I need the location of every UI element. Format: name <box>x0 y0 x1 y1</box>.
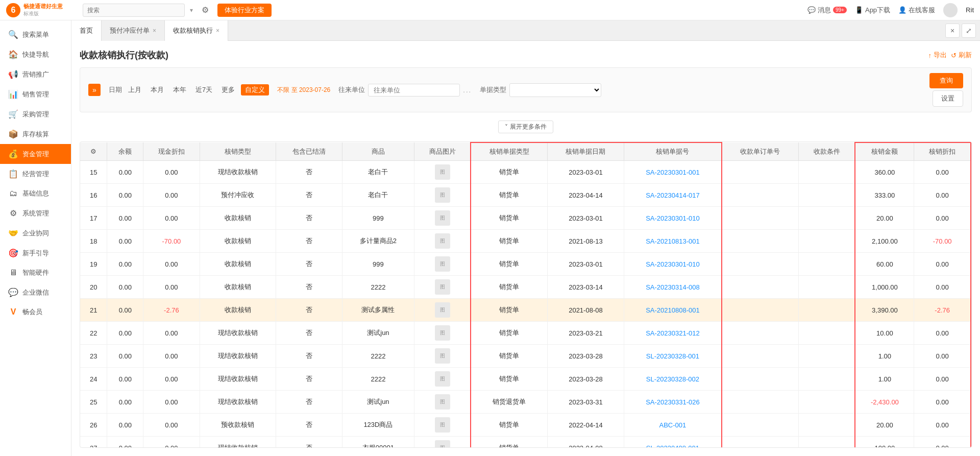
bill-no-link[interactable]: ABC-001 <box>659 421 687 429</box>
cell-goods-img: 图 <box>414 276 471 299</box>
cell-goods: 测试jun <box>342 391 414 414</box>
bill-no-link[interactable]: SA-20230314-008 <box>646 283 700 291</box>
home-icon: 🏠 <box>8 50 18 59</box>
page-content: 收款核销执行(按收款) ↑ 导出 ↺ 刷新 » <box>71 41 980 456</box>
cell-receipt-condition <box>798 299 855 322</box>
date-this-year[interactable]: 本年 <box>170 84 189 95</box>
cell-bill-type: 销货单 <box>471 161 547 184</box>
bill-no-link[interactable]: SA-20230301-001 <box>646 169 700 176</box>
bill-no-link[interactable]: SL-20230328-002 <box>646 375 699 383</box>
cell-goods: 999 <box>342 253 414 276</box>
search-input[interactable] <box>83 4 185 17</box>
data-table-container: ⚙ 余额 现金折扣 核销类型 包含已结清 商品 商品图片 核销单据类型 核销单据… <box>80 141 972 448</box>
logo-icon: 6 <box>6 3 20 17</box>
bill-no-link[interactable]: SL-20230328-001 <box>646 352 699 360</box>
sidebar-item-system[interactable]: ⚙ 系统管理 <box>0 203 71 223</box>
sidebar-item-inventory[interactable]: 📦 库存核算 <box>0 124 71 144</box>
counterparty-input[interactable] <box>368 84 460 97</box>
dropdown-arrow[interactable]: ▾ <box>190 7 193 14</box>
cell-writeoff-amount: 360.00 <box>855 161 914 184</box>
tab-prepay-close[interactable]: × <box>153 27 156 34</box>
export-button[interactable]: ↑ 导出 <box>928 51 947 60</box>
sidebar-item-enterprise[interactable]: 🤝 企业协同 <box>0 223 71 243</box>
cell-bill-type: 销货单 <box>471 184 547 207</box>
date-this-month[interactable]: 本月 <box>148 84 167 95</box>
sidebar-label-sales: 销售管理 <box>22 90 49 99</box>
cell-goods: 2222 <box>342 345 414 368</box>
bill-no-link[interactable]: SA-20210808-001 <box>646 306 700 314</box>
sidebar-item-guide[interactable]: 🎯 新手引导 <box>0 243 71 263</box>
cell-goods: 多计量商品2 <box>342 230 414 253</box>
sidebar-label-hardware: 智能硬件 <box>22 268 49 277</box>
query-button[interactable]: 查询 <box>929 73 963 88</box>
app-download-item[interactable]: 📱 App下载 <box>855 6 890 15</box>
data-table: ⚙ 余额 现金折扣 核销类型 包含已结清 商品 商品图片 核销单据类型 核销单据… <box>80 142 971 448</box>
bill-no-link[interactable]: SA-20230321-012 <box>646 329 700 337</box>
avatar[interactable] <box>943 3 958 17</box>
cell-cash-discount: 0.00 <box>143 184 200 207</box>
cell-balance: 0.00 <box>107 345 143 368</box>
expand-arrow-btn[interactable]: » <box>88 84 101 96</box>
sidebar-item-operation[interactable]: 📋 经营管理 <box>0 164 71 184</box>
sidebar-label-member: 畅会员 <box>22 307 42 317</box>
cell-writeoff-discount: 0.00 <box>914 414 971 437</box>
tab-prepay[interactable]: 预付冲应付单 × <box>102 20 165 41</box>
cell-receipt-condition <box>798 437 855 448</box>
date-more[interactable]: 更多 <box>218 84 238 95</box>
tab-writeoff-close[interactable]: × <box>216 27 219 34</box>
date-custom[interactable]: 自定义 <box>241 84 269 95</box>
online-service-item[interactable]: 👤 在线客服 <box>898 6 935 15</box>
layout: 🔍 搜索菜单 🏠 快捷导航 📢 营销推广 📊 销售管理 🛒 采购管理 📦 库存核… <box>0 20 980 456</box>
cell-bill-type: 销货单 <box>471 276 547 299</box>
tab-prepay-label: 预付冲应付单 <box>110 26 150 35</box>
notification-item[interactable]: 💬 消息 99+ <box>807 6 847 15</box>
bill-no-link[interactable]: SA-20230414-017 <box>646 191 700 199</box>
cell-writeoff-amount: 333.00 <box>855 184 914 207</box>
top-bar: 6 畅捷通谱好生意 标准版 ▾ ⚙ 体验行业方案 💬 消息 99+ 📱 App下… <box>0 0 980 20</box>
expand-more-button[interactable]: ˅ 展开更多条件 <box>498 121 553 133</box>
cell-bill-date: 2023-04-14 <box>548 184 624 207</box>
cell-bill-no: SL-20230328-001 <box>624 345 722 368</box>
cell-balance: 0.00 <box>107 322 143 345</box>
message-icon: 💬 <box>807 6 816 14</box>
bill-no-link[interactable]: SL-20230408-001 <box>646 444 699 448</box>
date-last-month[interactable]: 上月 <box>125 84 144 95</box>
date-7days[interactable]: 近7天 <box>192 84 215 95</box>
sidebar-item-hardware[interactable]: 🖥 智能硬件 <box>0 263 71 282</box>
cell-no: 25 <box>80 391 107 414</box>
cell-bill-type: 销货单 <box>471 414 547 437</box>
sidebar-item-marketing[interactable]: 📢 营销推广 <box>0 64 71 84</box>
tab-home[interactable]: 首页 <box>71 20 102 41</box>
cell-goods-img: 图 <box>414 161 471 184</box>
cell-goods: 衣服00001 <box>342 437 414 448</box>
tab-close-btn[interactable]: × <box>945 23 960 38</box>
bill-no-link[interactable]: SA-20230301-010 <box>646 214 700 222</box>
sidebar-item-wechat[interactable]: 💬 企业微信 <box>0 282 71 302</box>
settings-icon[interactable]: ⚙ <box>198 3 212 17</box>
cell-bill-no: SA-20230314-008 <box>624 276 722 299</box>
counterparty-label: 往来单位 <box>338 85 365 94</box>
tab-expand-btn[interactable]: ⤢ <box>962 23 976 38</box>
bill-no-link[interactable]: SA-20230331-026 <box>646 398 700 406</box>
sidebar-item-purchase[interactable]: 🛒 采购管理 <box>0 104 71 124</box>
cell-writeoff-amount: 1.00 <box>855 345 914 368</box>
setting-button[interactable]: 设置 <box>933 90 963 107</box>
cell-bill-no: ABC-001 <box>624 414 722 437</box>
bill-no-link[interactable]: SA-20230301-010 <box>646 260 700 268</box>
sidebar-item-sales[interactable]: 📊 销售管理 <box>0 84 71 104</box>
solution-button[interactable]: 体验行业方案 <box>217 4 272 17</box>
sidebar-item-basic[interactable]: 🗂 基础信息 <box>0 184 71 203</box>
cell-bill-type: 销货单 <box>471 322 547 345</box>
table-row: 19 0.00 0.00 收款核销 否 999 图 销货单 2023-03-01… <box>80 253 971 276</box>
refresh-button[interactable]: ↺ 刷新 <box>951 51 972 60</box>
tab-writeoff[interactable]: 收款核销执行 × <box>165 20 228 41</box>
sidebar-item-nav[interactable]: 🏠 快捷导航 <box>0 44 71 64</box>
cell-include-settled: 否 <box>276 391 342 414</box>
sidebar-item-search[interactable]: 🔍 搜索菜单 <box>0 25 71 44</box>
bill-type-select[interactable] <box>509 83 601 97</box>
bill-no-link[interactable]: SA-20210813-001 <box>646 237 700 245</box>
sidebar-item-member[interactable]: V 畅会员 <box>0 302 71 322</box>
cell-include-settled: 否 <box>276 276 342 299</box>
sidebar-item-finance[interactable]: 💰 资金管理 <box>0 144 71 164</box>
tab-bar: 首页 预付冲应付单 × 收款核销执行 × × ⤢ <box>71 20 980 41</box>
